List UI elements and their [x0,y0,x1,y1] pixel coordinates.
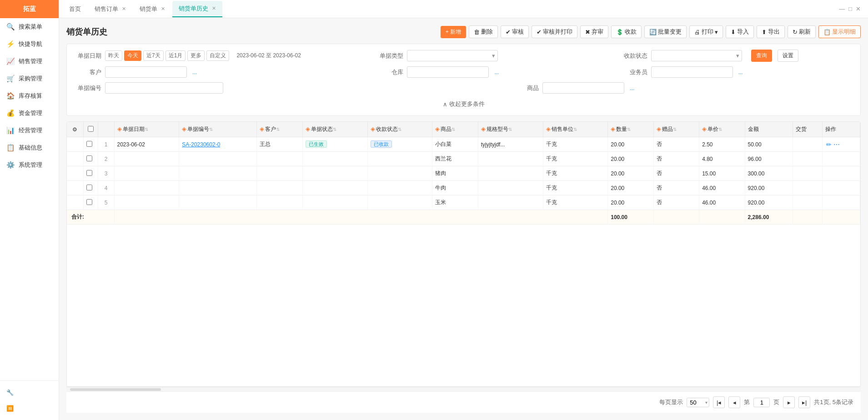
per-page-select[interactable]: 50 100 200 [687,398,709,407]
sidebar-item-inventory-calc[interactable]: 🏠 库存核算 [0,87,59,105]
pagination: 每页显示 50 100 200 ▾ |◂ ◂ 第 页 ▸ ▸| 共1页, 5条记… [66,391,861,413]
th-collect-status[interactable]: ◈收款状态⇅ [367,122,432,137]
row-checkbox[interactable] [86,170,92,176]
filter-date-label: 单据日期 [74,52,101,60]
sidebar-item-settings[interactable]: 🔧 [0,385,59,400]
cell-doc-date [114,195,179,210]
print-dropdown-arrow: ▾ [715,29,718,35]
page-last-btn[interactable]: ▸| [798,396,810,408]
settings-filter-button[interactable]: 设置 [778,50,798,62]
tab-sales-history-close[interactable]: ✕ [212,5,216,11]
warehouse-input[interactable] [407,66,489,78]
th-quantity[interactable]: ◈数量⇅ [608,122,653,137]
sidebar-item-quick-nav[interactable]: ⚡ 快捷导航 [0,35,59,53]
collect-button[interactable]: 💲 收款 [611,25,642,38]
delete-button[interactable]: 🗑 删除 [469,25,498,38]
docno-input[interactable] [105,82,223,94]
sidebar-item-sales-mgmt[interactable]: 📈 销售管理 [0,53,59,70]
abandon-button[interactable]: ✖ 弃审 [580,25,608,38]
details-icon: 📋 [823,29,831,35]
th-unit-price[interactable]: ◈单价⇅ [699,122,745,137]
more-action-icon[interactable]: ⋯ [833,141,840,148]
goods-more-icon[interactable]: ... [630,85,634,91]
date-7days[interactable]: 近7天 [143,50,164,61]
filter-docno-field: 单据编号 [74,82,501,94]
collect-status-select[interactable] [651,50,742,61]
sidebar-item-ops-mgmt[interactable]: 📊 经营管理 [0,122,59,139]
table-row: 3猪肉千克20.00否15.00300.00 [67,166,860,181]
page-number-input[interactable] [753,398,770,407]
export-button[interactable]: ⬆ 导出 [757,25,785,38]
cell-doc-date [114,166,179,181]
th-doc-status[interactable]: ◈单据状态⇅ [302,122,367,137]
scroll-thumb[interactable] [70,388,161,391]
home-icon: 🏠 [6,92,15,100]
print-button[interactable]: 🖨 打印 ▾ [689,25,723,38]
tab-sales-delivery-close[interactable]: ✕ [161,6,165,12]
doc-type-select[interactable] [407,50,498,61]
page-first-btn[interactable]: |◂ [713,396,725,408]
th-sales-unit[interactable]: ◈销售单位⇅ [543,122,608,137]
row-checkbox[interactable] [86,155,92,161]
tab-home[interactable]: 首页 [63,1,87,17]
sidebar-item-collapse[interactable]: ⏸️ [0,400,59,416]
close-icon[interactable]: ✕ [856,5,861,12]
cell-doc-no [179,195,257,210]
th-customer[interactable]: ◈客户⇅ [257,122,302,137]
cell-goods: 牛肉 [432,181,478,195]
add-button[interactable]: + 新增 [441,26,466,38]
minimize-icon[interactable]: — [839,5,845,12]
edit-icon[interactable]: ✏ [826,141,832,148]
th-settings[interactable]: ⚙ [67,122,83,137]
filter-doc-type-field: 单据类型 ▾ [376,50,609,61]
query-button[interactable]: 查询 [751,50,772,62]
date-more[interactable]: 更多 [187,50,205,61]
th-doc-date[interactable]: ◈单据日期⇅ [114,122,179,137]
batch-change-button[interactable]: 🔄 批量变更 [644,25,687,38]
date-1month[interactable]: 近1月 [166,50,186,61]
goods-input[interactable] [542,82,624,94]
date-custom[interactable]: 自定义 [206,50,229,61]
sidebar-item-capital-mgmt[interactable]: 💰 资金管理 [0,105,59,122]
sidebar-item-basic-info[interactable]: 📋 基础信息 [0,139,59,156]
tab-sales-order-close[interactable]: ✕ [122,6,126,12]
sidebar-item-sys-mgmt[interactable]: ⚙️ 系统管理 [0,156,59,174]
th-goods[interactable]: ◈商品⇅ [432,122,478,137]
page-prev-btn[interactable]: ◂ [728,396,740,408]
select-all-checkbox[interactable] [88,126,94,132]
salesperson-more-icon[interactable]: ... [738,69,743,75]
cell-goods: 西兰花 [432,152,478,166]
warehouse-more-icon[interactable]: ... [494,69,499,75]
review-button[interactable]: ✔ 审核 [501,25,529,38]
sidebar-item-search-menu[interactable]: 🔍 搜索菜单 [0,18,59,35]
sidebar-item-label: 库存核算 [19,92,42,100]
sidebar-item-purchase-mgmt[interactable]: 🛒 采购管理 [0,70,59,87]
cell-customer [257,166,302,181]
row-checkbox[interactable] [86,199,92,205]
row-checkbox[interactable] [86,141,92,147]
tab-sales-history[interactable]: 销货单历史 ✕ [172,1,222,17]
filter-collapse-toggle[interactable]: ∧ 收起更多条件 [74,98,853,110]
cell-doc-no[interactable]: SA-20230602-0 [179,137,257,152]
th-spec-type[interactable]: ◈规格型号⇅ [478,122,543,137]
date-yesterday[interactable]: 昨天 [105,50,122,61]
page-next-btn[interactable]: ▸ [783,396,795,408]
cell-unit-price: 46.00 [699,195,745,210]
date-today[interactable]: 今天 [124,50,141,61]
customer-input[interactable] [105,66,187,78]
import-button[interactable]: ⬇ 导入 [726,25,754,38]
salesperson-input[interactable] [651,66,733,78]
tab-sales-order[interactable]: 销售订单 ✕ [88,1,132,17]
review-print-button[interactable]: ✔ 审核并打印 [532,25,577,38]
link-cell[interactable]: SA-20230602-0 [182,141,220,148]
th-doc-no[interactable]: ◈单据编号⇅ [179,122,257,137]
th-gift[interactable]: ◈赠品⇅ [653,122,699,137]
show-details-button[interactable]: 📋 显示明细 [818,25,861,38]
tab-bar: 首页 销售订单 ✕ 销货单 ✕ 销货单历史 ✕ — □ ✕ [59,0,868,18]
row-checkbox[interactable] [86,185,92,190]
sales-icon: 📈 [6,57,15,65]
customer-more-icon[interactable]: ... [192,69,197,75]
tab-sales-delivery[interactable]: 销货单 ✕ [133,1,171,17]
maximize-icon[interactable]: □ [848,5,852,12]
refresh-button[interactable]: ↻ 刷新 [788,25,816,38]
